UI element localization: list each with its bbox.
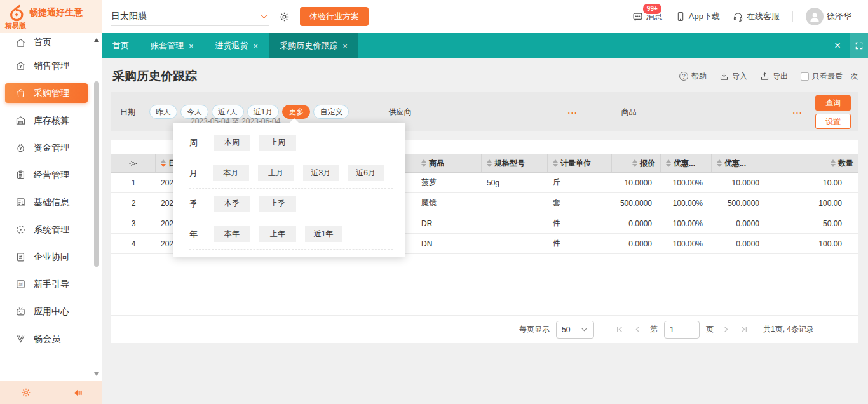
page-number-input[interactable] bbox=[664, 321, 700, 339]
dropdown-option-1-1[interactable]: 上月 bbox=[258, 165, 294, 181]
settings-gear-icon[interactable] bbox=[21, 387, 31, 398]
settings-button[interactable]: 设置 bbox=[815, 114, 851, 129]
only-last-label: 只看最后一次 bbox=[812, 71, 858, 82]
gear-icon[interactable] bbox=[279, 11, 290, 22]
dropdown-option-0-0[interactable]: 本周 bbox=[214, 135, 250, 151]
import-button[interactable]: 导入 bbox=[719, 71, 747, 82]
sidebar-item-sales[interactable]: 销售管理 bbox=[0, 52, 94, 79]
tab-close-icon[interactable]: × bbox=[342, 41, 348, 51]
sidebar-item-home[interactable]: 首页 bbox=[0, 33, 94, 52]
dropdown-option-1-0[interactable]: 本月 bbox=[213, 165, 249, 181]
product-label: 商品 bbox=[621, 107, 636, 118]
scroll-down-icon[interactable] bbox=[94, 372, 99, 376]
dropdown-option-1-2[interactable]: 近3月 bbox=[303, 165, 339, 181]
column-header-6[interactable]: 报价 bbox=[612, 154, 661, 172]
cell-price: 0.0000 bbox=[612, 213, 661, 233]
dropdown-option-1-3[interactable]: 近6月 bbox=[348, 165, 384, 181]
column-header-7[interactable]: 优惠... bbox=[661, 154, 712, 172]
dropdown-option-0-1[interactable]: 上周 bbox=[259, 135, 296, 151]
import-label: 导入 bbox=[732, 71, 747, 82]
cell-unit: 斤 bbox=[548, 173, 612, 192]
app-download-button[interactable]: App下载 bbox=[675, 11, 720, 22]
collapse-sidebar-icon[interactable] bbox=[72, 387, 83, 398]
cell-unit: 件 bbox=[548, 213, 612, 233]
sort-icon[interactable] bbox=[421, 159, 426, 167]
sort-icon[interactable] bbox=[161, 159, 166, 167]
only-last-checkbox[interactable] bbox=[801, 72, 809, 81]
export-button[interactable]: 导出 bbox=[760, 71, 788, 82]
prev-page-icon[interactable] bbox=[632, 325, 644, 333]
sidebar-item-guide[interactable]: 新新手引导 bbox=[0, 271, 94, 298]
scroll-up-icon[interactable] bbox=[94, 38, 99, 42]
last-page-icon[interactable] bbox=[738, 325, 750, 333]
user-menu[interactable]: 徐泽华 bbox=[806, 8, 851, 25]
scrollbar-thumb[interactable] bbox=[94, 81, 99, 267]
cell-discount_price: 10.0000 bbox=[712, 173, 768, 192]
sidebar-item-funds[interactable]: 资金管理 bbox=[0, 134, 94, 161]
sort-icon[interactable] bbox=[632, 159, 637, 167]
sidebar-item-label: 库存核算 bbox=[34, 115, 69, 126]
sort-icon[interactable] bbox=[553, 159, 558, 167]
column-header-5[interactable]: 计量单位 bbox=[548, 154, 612, 172]
filter-pill-0[interactable]: 昨天 bbox=[149, 105, 177, 119]
supplier-input[interactable] bbox=[420, 104, 579, 119]
sort-icon[interactable] bbox=[666, 159, 671, 167]
tab-close-icon[interactable]: × bbox=[254, 41, 259, 51]
tab-2[interactable]: 进货退货× bbox=[205, 33, 269, 58]
filter-pill-4[interactable]: 更多 bbox=[282, 105, 310, 119]
sidebar-item-app-center[interactable]: 应用中心 bbox=[0, 298, 94, 325]
sidebar-item-basic-info[interactable]: 基础信息 bbox=[0, 189, 94, 216]
tab-3[interactable]: 采购历史价跟踪× bbox=[269, 33, 358, 58]
dropdown-option-2-0[interactable]: 本季 bbox=[214, 196, 250, 212]
per-page-select[interactable]: 50 bbox=[556, 321, 594, 339]
trial-plan-button[interactable]: 体验行业方案 bbox=[300, 7, 369, 26]
dropdown-option-3-1[interactable]: 上年 bbox=[259, 226, 296, 242]
sort-icon[interactable] bbox=[717, 159, 722, 167]
product-input[interactable] bbox=[645, 104, 804, 119]
date-filter-label: 日期 bbox=[120, 107, 135, 118]
gear-icon[interactable] bbox=[128, 159, 138, 168]
column-header-3[interactable]: 商品 bbox=[416, 154, 482, 172]
support-button[interactable]: 在线客服 bbox=[733, 11, 780, 22]
cell-product: 魔镜 bbox=[416, 193, 482, 213]
sidebar-item-inventory[interactable]: 库存核算 bbox=[0, 107, 94, 134]
fullscreen-button[interactable] bbox=[850, 33, 868, 58]
collab-icon bbox=[15, 252, 26, 262]
member-icon bbox=[15, 333, 26, 344]
query-button[interactable]: 查询 bbox=[815, 95, 851, 111]
column-header-8[interactable]: 优惠... bbox=[712, 154, 768, 172]
dropdown-option-3-2[interactable]: 近1年 bbox=[305, 226, 342, 242]
next-page-icon[interactable] bbox=[720, 325, 732, 333]
guide-icon: 新 bbox=[15, 279, 26, 290]
column-settings-header[interactable] bbox=[111, 154, 156, 172]
tab-close-icon[interactable]: × bbox=[189, 41, 194, 51]
account-select[interactable]: 日太阳膜 bbox=[111, 7, 269, 26]
chevron-down-icon bbox=[580, 325, 588, 333]
first-page-icon[interactable] bbox=[613, 325, 625, 333]
product-picker-ellipsis-icon[interactable]: ··· bbox=[792, 109, 803, 117]
sidebar-item-collaboration[interactable]: 企业协同 bbox=[0, 243, 94, 271]
tab-1[interactable]: 账套管理× bbox=[140, 33, 205, 58]
close-all-tabs-button[interactable]: × bbox=[825, 33, 850, 58]
sort-icon[interactable] bbox=[487, 159, 492, 167]
svg-text:新: 新 bbox=[18, 282, 23, 286]
column-header-9[interactable]: 数量 bbox=[768, 154, 858, 172]
only-last-toggle[interactable]: 只看最后一次 bbox=[801, 71, 858, 82]
tab-0[interactable]: 首页 bbox=[102, 33, 140, 58]
dropdown-option-2-1[interactable]: 上季 bbox=[259, 196, 296, 212]
column-header-4[interactable]: 规格型号 bbox=[482, 154, 548, 172]
sort-icon[interactable] bbox=[831, 159, 836, 167]
dropdown-option-3-0[interactable]: 本年 bbox=[214, 226, 250, 242]
help-button[interactable]: ? 帮助 bbox=[679, 71, 707, 82]
sidebar-item-system[interactable]: 系统管理 bbox=[0, 216, 94, 243]
supplier-picker-ellipsis-icon[interactable]: ··· bbox=[567, 109, 578, 117]
sidebar-item-procurement[interactable]: 采购管理 bbox=[5, 83, 88, 103]
filter-pill-5[interactable]: 自定义 bbox=[313, 105, 349, 119]
sidebar-item-member[interactable]: 畅会员 bbox=[0, 325, 94, 353]
sidebar-item-label: 首页 bbox=[34, 37, 51, 48]
messages-button[interactable]: 消息 99+ bbox=[632, 11, 663, 22]
tabbar: 首页账套管理×进货退货×采购历史价跟踪× × bbox=[102, 33, 868, 58]
sidebar-scrollbar[interactable] bbox=[94, 33, 100, 381]
sidebar-item-operations[interactable]: 经营管理 bbox=[0, 161, 94, 189]
brand-name: 畅捷通好生意 bbox=[29, 7, 83, 18]
